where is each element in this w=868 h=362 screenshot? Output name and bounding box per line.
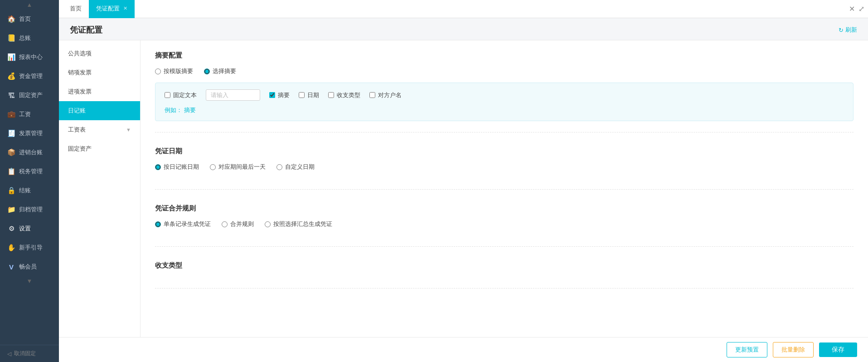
summary-checkbox[interactable] <box>269 92 275 98</box>
sidebar-scroll-up[interactable]: ▲ <box>0 0 59 10</box>
example-prefix: 例如： <box>165 107 182 113</box>
summary-generate-label[interactable]: 按照选择汇总生成凭证 <box>265 220 332 228</box>
summary-checkbox-row: 固定文本 摘要 日期 <box>155 83 853 121</box>
fund-icon: 💰 <box>7 72 15 80</box>
ledger-icon: 📒 <box>7 34 15 42</box>
summary-section-title: 摘要配置 <box>155 51 853 60</box>
summary-generate-radio[interactable] <box>265 221 271 227</box>
sidebar-label-fund: 资金管理 <box>19 72 43 80</box>
custom-date-label[interactable]: 自定义日期 <box>276 163 315 171</box>
date-checkbox-label[interactable]: 日期 <box>299 91 319 99</box>
merge-section: 凭证合并规则 单条记录生成凭证 合并规则 按照选择汇总生成凭证 <box>155 204 853 247</box>
refresh-icon: ↻ <box>839 27 844 34</box>
sidebar-item-member[interactable]: V 畅会员 <box>0 257 59 276</box>
sidebar-label-member: 畅会员 <box>19 263 37 271</box>
sidebar-item-fund[interactable]: 💰 资金管理 <box>0 67 59 86</box>
content-area: 凭证配置 ↻ 刷新 公共选项 销项发票 进项发票 日记账 <box>59 18 868 362</box>
right-content: 摘要配置 按模版摘要 选择摘要 <box>141 40 868 337</box>
sidebar-label-tax: 税务管理 <box>19 167 43 176</box>
income-type-section-title: 收支类型 <box>155 261 853 270</box>
update-preview-button[interactable]: 更新预置 <box>727 342 767 357</box>
sidebar-item-guide[interactable]: ✋ 新手引导 <box>0 238 59 257</box>
counterparty-checkbox-label[interactable]: 对方户名 <box>369 91 402 99</box>
last-day-radio[interactable] <box>210 164 216 170</box>
sidebar-item-ledger[interactable]: 📒 总账 <box>0 29 59 48</box>
sidebar-item-settings[interactable]: ⚙ 设置 <box>0 219 59 238</box>
sidebar-item-tax[interactable]: 📋 税务管理 <box>0 162 59 181</box>
refresh-button[interactable]: ↻ 刷新 <box>839 26 857 34</box>
window-expand-icon[interactable]: ⤢ <box>858 5 864 13</box>
income-type-section: 收支类型 <box>155 261 853 289</box>
summary-radio-template[interactable]: 按模版摘要 <box>155 67 193 75</box>
settings-icon: ⚙ <box>7 225 15 233</box>
fixed-text-checkbox-label[interactable]: 固定文本 <box>165 91 197 99</box>
save-button[interactable]: 保存 <box>819 342 857 357</box>
left-nav-journal[interactable]: 日记账 <box>59 101 140 120</box>
sidebar-item-purchase[interactable]: 📦 进销台账 <box>0 143 59 162</box>
sidebar-item-close[interactable]: 🔒 结账 <box>0 181 59 200</box>
fixed-text-checkbox[interactable] <box>165 92 170 98</box>
left-nav-fixed-asset-label: 固定资产 <box>68 145 92 153</box>
page-header: 凭证配置 ↻ 刷新 <box>59 18 868 40</box>
custom-date-radio[interactable] <box>276 164 282 170</box>
left-nav-sales-invoice[interactable]: 销项发票 <box>59 63 140 82</box>
summary-radio-group: 按模版摘要 选择摘要 <box>155 67 853 75</box>
journal-date-label[interactable]: 按日记账日期 <box>155 163 199 171</box>
tab-voucher-config[interactable]: 凭证配置 ✕ <box>89 0 135 18</box>
tab-close-icon[interactable]: ✕ <box>123 5 127 11</box>
summary-template-radio[interactable] <box>155 68 161 74</box>
merge-radio-group: 单条记录生成凭证 合并规则 按照选择汇总生成凭证 <box>155 220 853 228</box>
merge-rule-radio[interactable] <box>222 221 228 227</box>
merge-rule-label[interactable]: 合并规则 <box>222 220 254 228</box>
main-area: 首页 凭证配置 ✕ ✕ ⤢ 凭证配置 ↻ 刷新 公共选项 <box>59 0 868 362</box>
left-nav-purchase-invoice[interactable]: 进项发票 <box>59 82 140 101</box>
summary-checkbox-group: 固定文本 摘要 日期 <box>165 89 844 101</box>
single-record-radio[interactable] <box>155 221 161 227</box>
sidebar-item-report[interactable]: 📊 报表中心 <box>0 48 59 67</box>
journal-date-radio[interactable] <box>155 164 161 170</box>
sidebar-scroll-down[interactable]: ▼ <box>0 276 59 286</box>
fixed-text-input[interactable] <box>206 89 260 101</box>
tab-home[interactable]: 首页 <box>63 0 89 18</box>
asset-icon: 🏗 <box>7 91 15 99</box>
left-nav: 公共选项 销项发票 进项发票 日记账 工资表 ▼ 固定资产 <box>59 40 141 337</box>
invoice-icon: 🧾 <box>7 129 15 137</box>
last-day-label[interactable]: 对应期间最后一天 <box>210 163 266 171</box>
sidebar-label-asset: 固定资产 <box>19 91 43 99</box>
tab-home-label: 首页 <box>70 5 82 13</box>
unpin-icon: ◁ <box>7 351 11 357</box>
batch-delete-button[interactable]: 批量删除 <box>773 342 814 357</box>
sidebar-item-archive[interactable]: 📁 归档管理 <box>0 200 59 219</box>
summary-radio-select[interactable]: 选择摘要 <box>204 67 236 75</box>
bottom-bar: 更新预置 批量删除 保存 <box>59 337 868 362</box>
sidebar-item-invoice[interactable]: 🧾 发票管理 <box>0 124 59 143</box>
sidebar-item-salary[interactable]: 💼 工资 <box>0 105 59 124</box>
date-checkbox[interactable] <box>299 92 305 98</box>
left-nav-public[interactable]: 公共选项 <box>59 44 140 63</box>
left-nav-payroll[interactable]: 工资表 ▼ <box>59 120 140 139</box>
sidebar-bottom-label: 取消固定 <box>14 350 36 357</box>
left-nav-sales-label: 销项发票 <box>68 68 92 77</box>
tab-bar: 首页 凭证配置 ✕ ✕ ⤢ <box>59 0 868 18</box>
tax-icon: 📋 <box>7 167 15 176</box>
sidebar-label-invoice: 发票管理 <box>19 129 43 137</box>
income-type-checkbox-label[interactable]: 收支类型 <box>328 91 360 99</box>
sidebar-label-close: 结账 <box>19 186 31 195</box>
window-close-icon[interactable]: ✕ <box>849 5 855 13</box>
sidebar-item-asset[interactable]: 🏗 固定资产 <box>0 86 59 105</box>
single-record-label[interactable]: 单条记录生成凭证 <box>155 220 211 228</box>
sidebar-label-archive: 归档管理 <box>19 205 43 214</box>
archive-icon: 📁 <box>7 205 15 214</box>
sidebar: ▲ 🏠 首页 📒 总账 📊 报表中心 💰 资金管理 🏗 固定资产 💼 工资 🧾 … <box>0 0 59 362</box>
page-title: 凭证配置 <box>70 24 102 35</box>
counterparty-checkbox[interactable] <box>369 92 375 98</box>
sidebar-label-salary: 工资 <box>19 110 31 118</box>
sidebar-unpin-button[interactable]: ◁ 取消固定 <box>0 345 59 362</box>
summary-select-radio[interactable] <box>204 68 210 74</box>
chevron-down-icon: ▼ <box>126 127 131 132</box>
sidebar-label-ledger: 总账 <box>19 34 31 42</box>
income-type-checkbox[interactable] <box>328 92 334 98</box>
left-nav-fixed-asset[interactable]: 固定资产 <box>59 139 140 158</box>
sidebar-item-home[interactable]: 🏠 首页 <box>0 10 59 29</box>
summary-checkbox-label[interactable]: 摘要 <box>269 91 290 99</box>
